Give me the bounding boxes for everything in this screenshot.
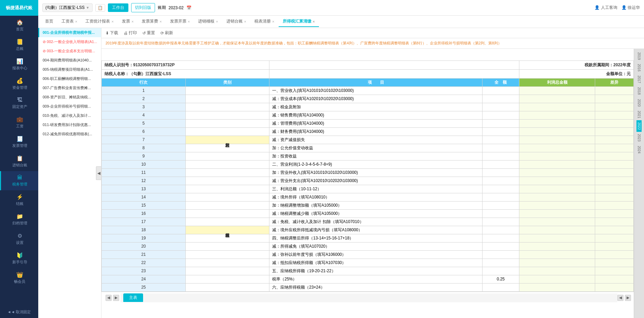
- sidebar-item-ledger[interactable]: 📒 总账: [0, 35, 38, 55]
- year-item[interactable]: 2016: [636, 62, 642, 73]
- amount-cell[interactable]: [482, 226, 519, 234]
- profit-cell[interactable]: [519, 152, 595, 160]
- diff-cell[interactable]: [595, 209, 634, 218]
- sidebar-item-home[interactable]: 🏠 首页: [0, 16, 38, 35]
- year-item[interactable]: 2019: [636, 50, 642, 62]
- amount-cell[interactable]: [482, 86, 519, 95]
- sidebar-item-invoice[interactable]: 🧾 发票管理: [0, 132, 38, 152]
- year-item[interactable]: 2017: [636, 73, 642, 85]
- tab-invoice[interactable]: 发票 ×: [118, 16, 138, 27]
- list-item-001[interactable]: 001-企业所得税年度纳税申报...: [38, 28, 101, 37]
- profit-cell[interactable]: [519, 144, 595, 152]
- profit-cell[interactable]: [519, 226, 595, 234]
- project-cell[interactable]: 税率（25%）: [269, 275, 482, 283]
- amount-cell[interactable]: [482, 250, 519, 259]
- project-cell[interactable]: 减：财务费用(填写A104000): [269, 127, 482, 136]
- diff-cell[interactable]: [595, 86, 634, 95]
- profit-cell[interactable]: [519, 283, 595, 291]
- reset-button[interactable]: ↺ 重置: [142, 30, 155, 36]
- diff-cell[interactable]: [595, 193, 634, 201]
- profit-cell[interactable]: [519, 177, 595, 185]
- switch-old-button[interactable]: 切到旧版: [131, 3, 155, 12]
- diff-cell[interactable]: [595, 226, 634, 234]
- project-cell[interactable]: 减：所得减免（填写A107020）: [269, 242, 482, 250]
- diff-cell[interactable]: [595, 283, 634, 291]
- close-icon[interactable]: ×: [244, 19, 246, 24]
- project-cell[interactable]: 一、营业收入(填写A101010\101020\103000): [269, 86, 482, 95]
- amount-cell[interactable]: [482, 168, 519, 177]
- amount-cell[interactable]: [482, 193, 519, 201]
- diff-cell[interactable]: [595, 242, 634, 250]
- tab-home[interactable]: 首页: [41, 16, 57, 27]
- project-cell[interactable]: 三、利润总额（10-11-12）: [269, 185, 482, 193]
- diff-cell[interactable]: [595, 177, 634, 185]
- list-item-004[interactable]: 004-期间费用明细表(A1040...: [38, 56, 101, 65]
- diff-cell[interactable]: [595, 152, 634, 160]
- amount-cell[interactable]: 0.25: [482, 275, 519, 283]
- sidebar-item-guide[interactable]: 🔰 新手引导: [0, 249, 38, 268]
- year-item[interactable]: 2018: [636, 85, 642, 97]
- project-cell[interactable]: 减：弥补以前年度亏损（填写A106000）: [269, 250, 482, 259]
- list-item-006[interactable]: 006-职工薪酬纳税调整明细...: [38, 74, 101, 83]
- list-item-009[interactable]: 009-企业所得税补亏损明细...: [38, 102, 101, 111]
- profit-cell[interactable]: [519, 234, 595, 242]
- diff-cell[interactable]: [595, 136, 634, 144]
- sidebar-footer-unpin[interactable]: ◄◄ 取消固定: [0, 306, 38, 318]
- project-cell[interactable]: 五、应纳税所得额（19-20-21-22）: [269, 267, 482, 275]
- user-service[interactable]: 👤 人工客询: [594, 5, 617, 11]
- tab-tax-summary[interactable]: 税表清册 ×: [250, 16, 278, 27]
- copy-button[interactable]: 📋: [95, 4, 105, 12]
- list-item-002[interactable]: 002-一般企业收入明细表(A1...: [38, 37, 101, 46]
- diff-cell[interactable]: [595, 275, 634, 283]
- list-item-012[interactable]: 012-减免所得税优惠明细表(...: [38, 129, 101, 139]
- profit-cell[interactable]: [519, 201, 595, 209]
- project-cell[interactable]: 减：管理费用(填写A104000): [269, 119, 482, 127]
- amount-cell[interactable]: [482, 160, 519, 168]
- year-item[interactable]: 2023: [636, 132, 642, 143]
- work-station-button[interactable]: 工作台: [108, 3, 128, 12]
- print-button[interactable]: 🖨 打印: [124, 30, 137, 36]
- close-icon[interactable]: ×: [216, 19, 218, 24]
- tab-sales-check[interactable]: 进销稽核 ×: [194, 16, 222, 27]
- amount-cell[interactable]: [482, 234, 519, 242]
- amount-cell[interactable]: [482, 201, 519, 209]
- diff-cell[interactable]: [595, 259, 634, 267]
- tab-invoice-fee[interactable]: 发票算费 ×: [138, 16, 166, 27]
- profit-cell[interactable]: [519, 95, 595, 103]
- project-cell[interactable]: 加：营业外收入(填写A101010\101020\103000): [269, 168, 482, 177]
- project-cell[interactable]: 减：境外所得（填写A108010）: [269, 193, 482, 201]
- list-item-003[interactable]: 003-一般企业成本支出明细...: [38, 46, 101, 56]
- profit-cell[interactable]: [519, 193, 595, 201]
- profit-cell[interactable]: [519, 267, 595, 275]
- sidebar-item-settings[interactable]: ⚙ 设置: [0, 229, 38, 249]
- project-cell[interactable]: 减：税金及附加: [269, 103, 482, 111]
- profit-cell[interactable]: [519, 259, 595, 267]
- sidebar-item-funds[interactable]: 💰 资金管理: [0, 74, 38, 94]
- profit-cell[interactable]: [519, 218, 595, 226]
- diff-cell[interactable]: [595, 168, 634, 177]
- diff-cell[interactable]: [595, 250, 634, 259]
- list-item-011[interactable]: 011-研发费用加计扣除优惠...: [38, 120, 101, 129]
- profit-cell[interactable]: [519, 136, 595, 144]
- amount-cell[interactable]: [482, 152, 519, 160]
- company-selector[interactable]: (勾删）江西服宝-LSS ▼: [42, 3, 93, 12]
- profit-cell[interactable]: [519, 160, 595, 168]
- amount-cell[interactable]: [482, 103, 519, 111]
- close-icon[interactable]: ×: [75, 19, 77, 24]
- diff-cell[interactable]: [595, 218, 634, 226]
- year-item[interactable]: 2021: [636, 109, 642, 120]
- diff-cell[interactable]: [595, 234, 634, 242]
- project-cell[interactable]: 六、应纳所得税额（23×24）: [269, 283, 482, 291]
- sidebar-item-assets[interactable]: 🏗 固定资产: [0, 94, 38, 113]
- amount-cell[interactable]: [482, 136, 519, 144]
- project-cell[interactable]: 减：营业外支出(填写A102010\102020\103000): [269, 177, 482, 185]
- project-cell[interactable]: 减：抵扣应纳税所得额（填写A107030）: [269, 259, 482, 267]
- project-cell[interactable]: 加：投资收益: [269, 152, 482, 160]
- refresh-button[interactable]: ⟳ 刷新: [160, 30, 173, 36]
- profit-cell[interactable]: [519, 209, 595, 218]
- year-item[interactable]: 2022: [636, 120, 642, 132]
- sidebar-item-payroll[interactable]: 💼 工资: [0, 113, 38, 132]
- list-item-005[interactable]: 005-纳税调整项目明细表(A1...: [38, 65, 101, 74]
- amount-cell[interactable]: [482, 259, 519, 267]
- scroll-right-button[interactable]: ▶: [625, 295, 631, 301]
